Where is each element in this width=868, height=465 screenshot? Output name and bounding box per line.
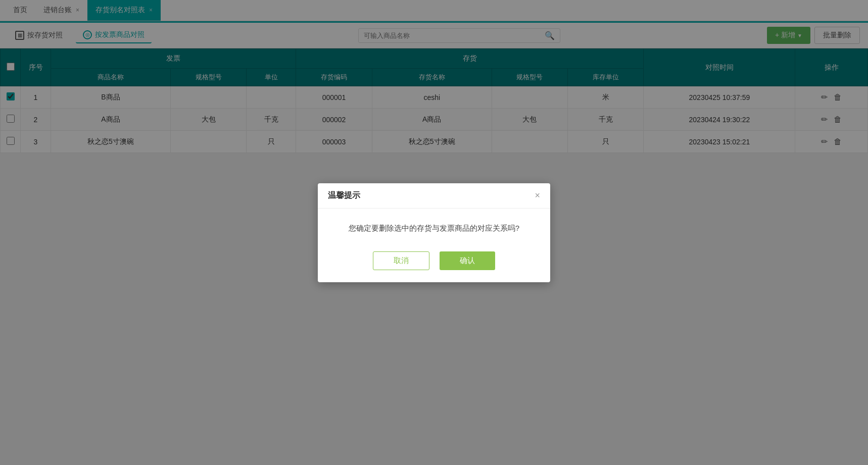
modal-overlay: 温馨提示 × 您确定要删除选中的存货与发票商品的对应关系吗? 取消 确认 [0, 0, 868, 153]
